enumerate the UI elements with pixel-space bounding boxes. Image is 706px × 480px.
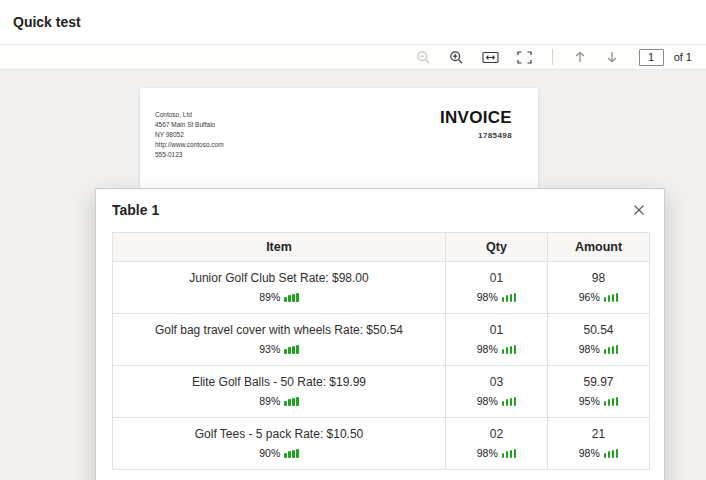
table-cell: 50.54 98% xyxy=(547,314,649,366)
table-row: Junior Golf Club Set Rate: $98.00 89% 01… xyxy=(113,262,650,314)
table-cell: 01 98% xyxy=(445,262,547,314)
confidence: 98% xyxy=(452,291,541,303)
cell-value: Elite Golf Balls - 50 Rate: $19.99 xyxy=(119,375,439,389)
confidence: 90% xyxy=(119,447,439,459)
page-number-input[interactable] xyxy=(639,49,664,66)
table-cell: Junior Golf Club Set Rate: $98.00 89% xyxy=(113,262,446,314)
company-line: Contoso, Ltd xyxy=(155,110,224,120)
company-line: http://www.contoso.com xyxy=(155,140,224,150)
confidence-value: 96% xyxy=(579,291,600,303)
confidence-value: 98% xyxy=(477,395,498,407)
close-icon xyxy=(633,204,645,216)
invoice-number: 1785498 xyxy=(440,131,512,140)
table-header-row: Item Qty Amount xyxy=(113,233,650,262)
confidence: 98% xyxy=(554,447,643,459)
table-cell: 01 98% xyxy=(445,314,547,366)
table-row: Golf Tees - 5 pack Rate: $10.50 90% 02 9… xyxy=(113,418,650,470)
fit-page-icon xyxy=(517,51,532,64)
confidence-value: 95% xyxy=(579,395,600,407)
table-cell: 03 98% xyxy=(445,366,547,418)
confidence-value: 98% xyxy=(477,343,498,355)
table-cell: Golf Tees - 5 pack Rate: $10.50 90% xyxy=(113,418,446,470)
confidence-value: 98% xyxy=(477,291,498,303)
cell-value: 59.97 xyxy=(554,375,643,389)
cell-value: 02 xyxy=(452,427,541,441)
confidence: 89% xyxy=(119,291,439,303)
confidence-value: 98% xyxy=(579,447,600,459)
table-cell: Elite Golf Balls - 50 Rate: $19.99 89% xyxy=(113,366,446,418)
toolbar-divider xyxy=(552,49,553,65)
dialog-title: Table 1 xyxy=(112,202,159,218)
zoom-in-button[interactable] xyxy=(442,48,471,67)
confidence-value: 93% xyxy=(259,343,280,355)
cell-value: 03 xyxy=(452,375,541,389)
company-line: 555-0123 xyxy=(155,150,224,160)
table-details-dialog: Table 1 Item Qty Amount Junior Golf Clu xyxy=(95,188,665,480)
confidence-bars-icon xyxy=(502,397,517,406)
cell-value: 01 xyxy=(452,323,541,337)
confidence: 96% xyxy=(554,291,643,303)
dialog-header: Table 1 xyxy=(96,189,664,229)
cell-value: Golf Tees - 5 pack Rate: $10.50 xyxy=(119,427,439,441)
fit-width-icon xyxy=(482,51,499,64)
confidence-value: 89% xyxy=(259,291,280,303)
cell-value: 21 xyxy=(554,427,643,441)
column-header-amount: Amount xyxy=(547,233,649,262)
previous-page-button[interactable] xyxy=(566,48,594,66)
confidence-bars-icon xyxy=(284,345,299,354)
confidence-bars-icon xyxy=(284,397,299,406)
zoom-out-icon xyxy=(416,50,431,65)
cell-value: Golf bag travel cover with wheels Rate: … xyxy=(119,323,439,337)
invoice-header-block: INVOICE 1785498 xyxy=(440,108,512,140)
table-row: Elite Golf Balls - 50 Rate: $19.99 89% 0… xyxy=(113,366,650,418)
viewer-toolbar: of 1 xyxy=(0,44,706,70)
confidence: 93% xyxy=(119,343,439,355)
zoom-in-icon xyxy=(449,50,464,65)
confidence-bars-icon xyxy=(604,293,619,302)
page-title: Quick test xyxy=(13,14,81,30)
company-line: NY 98052 xyxy=(155,130,224,140)
invoice-title: INVOICE xyxy=(440,108,512,128)
extracted-table: Item Qty Amount Junior Golf Club Set Rat… xyxy=(112,232,650,470)
next-page-button[interactable] xyxy=(598,48,626,66)
cell-value: 50.54 xyxy=(554,323,643,337)
confidence-bars-icon xyxy=(604,449,619,458)
confidence-value: 90% xyxy=(259,447,280,459)
fit-page-button[interactable] xyxy=(510,49,539,66)
fit-width-button[interactable] xyxy=(475,49,506,66)
page-total-label: of 1 xyxy=(674,51,692,63)
cell-value: Junior Golf Club Set Rate: $98.00 xyxy=(119,271,439,285)
company-address-block: Contoso, Ltd 4567 Main St Buffalo NY 980… xyxy=(155,110,224,160)
arrow-down-icon xyxy=(605,50,619,64)
confidence: 95% xyxy=(554,395,643,407)
table-row: Golf bag travel cover with wheels Rate: … xyxy=(113,314,650,366)
confidence: 89% xyxy=(119,395,439,407)
company-line: 4567 Main St Buffalo xyxy=(155,120,224,130)
page-header: Quick test xyxy=(0,0,706,44)
close-button[interactable] xyxy=(628,201,650,219)
zoom-out-button[interactable] xyxy=(409,48,438,67)
cell-value: 01 xyxy=(452,271,541,285)
confidence: 98% xyxy=(452,343,541,355)
confidence-bars-icon xyxy=(284,449,299,458)
confidence-bars-icon xyxy=(604,345,619,354)
confidence: 98% xyxy=(554,343,643,355)
table-cell: Golf bag travel cover with wheels Rate: … xyxy=(113,314,446,366)
confidence: 98% xyxy=(452,395,541,407)
confidence-value: 98% xyxy=(477,447,498,459)
column-header-qty: Qty xyxy=(445,233,547,262)
confidence-value: 89% xyxy=(259,395,280,407)
confidence-bars-icon xyxy=(284,293,299,302)
arrow-up-icon xyxy=(573,50,587,64)
confidence-bars-icon xyxy=(502,293,517,302)
confidence-bars-icon xyxy=(604,397,619,406)
confidence: 98% xyxy=(452,447,541,459)
table-cell: 59.97 95% xyxy=(547,366,649,418)
table-cell: 02 98% xyxy=(445,418,547,470)
confidence-value: 98% xyxy=(579,343,600,355)
column-header-item: Item xyxy=(113,233,446,262)
confidence-bars-icon xyxy=(502,449,517,458)
cell-value: 98 xyxy=(554,271,643,285)
table-cell: 21 98% xyxy=(547,418,649,470)
quick-test-page: Quick test xyxy=(0,0,706,480)
